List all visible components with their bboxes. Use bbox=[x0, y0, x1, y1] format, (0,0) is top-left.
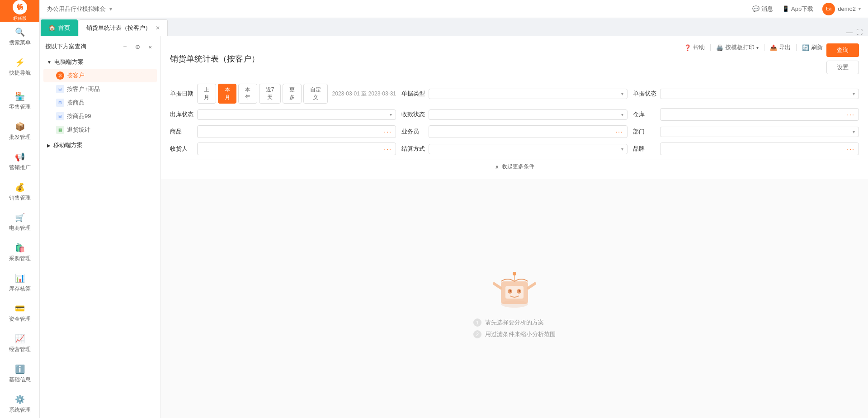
sidebar-item-system[interactable]: ⚙️ 系统管理 bbox=[0, 389, 40, 418]
sidebar: 畅 标账版 🔍 搜索菜单 ⚡ 快捷导航 🏪 零售管理 📦 批发管理 📢 营销推广… bbox=[0, 0, 40, 418]
filter-warehouse: 仓库 ··· bbox=[633, 108, 859, 121]
refresh-button[interactable]: 🔄 刷新 bbox=[802, 43, 823, 52]
empty-state: 1 请先选择要分析的方案 2 用过滤条件来缩小分析范围 bbox=[161, 179, 868, 418]
dept-arrow: ▾ bbox=[853, 129, 855, 134]
date-btn-custom[interactable]: 自定义 bbox=[303, 84, 328, 104]
sidebar-item-operations[interactable]: 📈 经营管理 bbox=[0, 328, 40, 359]
warehouse-dots[interactable]: ··· bbox=[847, 111, 855, 118]
topbar-dropdown[interactable]: ▾ bbox=[109, 6, 112, 12]
goods-select[interactable]: ··· bbox=[197, 125, 396, 138]
sidebar-item-purchase[interactable]: 🛍️ 采购管理 bbox=[0, 238, 40, 268]
mobile-arrow-icon: ▶ bbox=[47, 143, 51, 148]
operations-icon: 📈 bbox=[15, 334, 25, 344]
dept-label: 部门 bbox=[633, 128, 656, 136]
sidebar-item-retail[interactable]: 🏪 零售管理 bbox=[0, 86, 40, 116]
message-button[interactable]: 💬 消息 bbox=[752, 5, 773, 13]
out-status-label: 出库状态 bbox=[170, 110, 193, 119]
tab-home[interactable]: 🏠 首页 bbox=[41, 19, 78, 36]
page-title: 销货单统计表（按客户） bbox=[170, 53, 259, 64]
sidebar-item-ecommerce[interactable]: 🛒 电商管理 bbox=[0, 207, 40, 238]
bill-type-select[interactable]: ▾ bbox=[429, 89, 627, 99]
page-header: 销货单统计表（按客户） ❓ 帮助 🖨️ 按模板打印 ▾ bbox=[161, 36, 868, 78]
wholesale-icon: 📦 bbox=[15, 122, 25, 132]
sidebar-quick-nav[interactable]: ⚡ 快捷导航 bbox=[0, 52, 40, 82]
sidebar-item-inventory[interactable]: 📊 库存核算 bbox=[0, 268, 40, 298]
brand-select[interactable]: ··· bbox=[660, 142, 859, 155]
left-panel-header: 按以下方案查询 ＋ ⊙ « bbox=[40, 42, 160, 55]
warehouse-select[interactable]: ··· bbox=[660, 108, 859, 121]
sidebar-item-finance[interactable]: 💳 资金管理 bbox=[0, 298, 40, 328]
tab-minimize-icon[interactable]: — bbox=[846, 28, 853, 36]
filter-salesperson: 业务员 ··· bbox=[401, 125, 627, 138]
scheme-item-by-customer[interactable]: 客 按客户 bbox=[43, 69, 157, 82]
sidebar-item-sales[interactable]: 💰 销售管理 bbox=[0, 177, 40, 207]
collapse-panel-button[interactable]: « bbox=[145, 42, 155, 52]
date-btn-last-month[interactable]: 上月 bbox=[197, 84, 216, 104]
sidebar-item-wholesale[interactable]: 📦 批发管理 bbox=[0, 116, 40, 147]
print-button[interactable]: 🖨️ 按模板打印 ▾ bbox=[716, 43, 759, 52]
date-btn-more[interactable]: 更多 bbox=[283, 84, 302, 104]
date-btn-this-month[interactable]: 本月 bbox=[218, 84, 237, 104]
dept-select[interactable]: ▾ bbox=[660, 127, 859, 137]
right-panel: 销货单统计表（按客户） ❓ 帮助 🖨️ 按模板打印 ▾ bbox=[161, 36, 868, 418]
recv-status-label: 收款状态 bbox=[401, 110, 425, 119]
settle-select[interactable]: ▾ bbox=[429, 144, 627, 154]
date-btn-7days[interactable]: 近7天 bbox=[259, 84, 281, 104]
salesperson-select[interactable]: ··· bbox=[429, 125, 627, 138]
recipient-dots[interactable]: ··· bbox=[384, 145, 392, 152]
settings-button[interactable]: 设置 bbox=[826, 61, 859, 74]
empty-hint-1: 1 请先选择要分析的方案 bbox=[473, 318, 556, 327]
sidebar-logo[interactable]: 畅 标账版 bbox=[0, 0, 40, 22]
scheme-item-by-customer-goods[interactable]: ⊞ 按客户+商品 bbox=[43, 82, 157, 96]
scheme-item-return-stat[interactable]: ▦ 退货统计 bbox=[43, 123, 157, 137]
recipient-select[interactable]: ··· bbox=[197, 142, 396, 155]
search-icon: 🔍 bbox=[15, 27, 25, 37]
query-button[interactable]: 查询 bbox=[826, 43, 859, 57]
export-button[interactable]: 📤 导出 bbox=[770, 43, 791, 52]
date-btn-this-year[interactable]: 本年 bbox=[238, 84, 257, 104]
settings-scheme-button[interactable]: ⊙ bbox=[132, 42, 142, 52]
bill-status-select[interactable]: ▾ bbox=[660, 89, 859, 99]
filter-dept: 部门 ▾ bbox=[633, 127, 859, 137]
sidebar-item-basic[interactable]: ℹ️ 基础信息 bbox=[0, 359, 40, 389]
sidebar-item-marketing[interactable]: 📢 营销推广 bbox=[0, 147, 40, 177]
recv-status-arrow: ▾ bbox=[621, 112, 623, 117]
scheme-item-by-goods99[interactable]: ⊞ 按商品99 bbox=[43, 109, 157, 123]
basic-icon: ℹ️ bbox=[15, 364, 25, 374]
inventory-icon: 📊 bbox=[15, 273, 25, 283]
out-status-select[interactable]: ▾ bbox=[197, 109, 396, 120]
tab-close-icon[interactable]: ✕ bbox=[156, 25, 160, 31]
collapse-more-button[interactable]: ∧ 收起更多条件 bbox=[170, 160, 859, 173]
divider-1 bbox=[710, 44, 711, 51]
scheme-group-mobile-title[interactable]: ▶ 移动端方案 bbox=[43, 138, 157, 152]
svg-line-7 bbox=[494, 284, 501, 288]
tab-maximize-icon[interactable]: ⛶ bbox=[856, 28, 863, 36]
user-profile-button[interactable]: Ea demo2 ▾ bbox=[822, 3, 861, 15]
goods-dots[interactable]: ··· bbox=[384, 128, 392, 135]
scheme-group-desktop-title[interactable]: ▼ 电脑端方案 bbox=[43, 55, 157, 69]
print-icon: 🖨️ bbox=[716, 44, 723, 51]
add-scheme-button[interactable]: ＋ bbox=[120, 42, 130, 52]
filter-row-4: 收货人 ··· 结算方式 ▾ 品牌 bbox=[170, 142, 859, 155]
recv-status-select[interactable]: ▾ bbox=[429, 109, 627, 120]
scheme-item-by-goods[interactable]: ⊞ 按商品 bbox=[43, 96, 157, 109]
hint-num-1: 1 bbox=[473, 318, 481, 327]
sidebar-search[interactable]: 🔍 搜索菜单 bbox=[0, 22, 40, 52]
divider-3 bbox=[796, 44, 797, 51]
goods-label: 商品 bbox=[170, 128, 193, 136]
app-icon: 📱 bbox=[782, 5, 789, 12]
scheme-section: ▼ 电脑端方案 客 按客户 ⊞ 按客户+商品 ⊞ bbox=[40, 55, 160, 152]
finance-icon: 💳 bbox=[15, 304, 25, 314]
action-btn-group: 查询 设置 bbox=[826, 43, 859, 74]
salesperson-dots[interactable]: ··· bbox=[615, 128, 623, 135]
topbar-left: 办公用品行业模拟账套 ▾ bbox=[47, 5, 112, 13]
app-download-button[interactable]: 📱 App下载 bbox=[782, 5, 813, 13]
bill-status-arrow: ▾ bbox=[853, 91, 855, 96]
ecommerce-icon: 🛒 bbox=[15, 213, 25, 223]
brand-dots[interactable]: ··· bbox=[847, 145, 855, 152]
empty-hint-2: 2 用过滤条件来缩小分析范围 bbox=[473, 330, 556, 338]
tab-sales-stat[interactable]: 销货单统计表（按客户） ✕ bbox=[79, 19, 168, 36]
help-button[interactable]: ❓ 帮助 bbox=[684, 43, 705, 52]
settle-arrow: ▾ bbox=[621, 147, 623, 152]
svg-line-8 bbox=[528, 284, 535, 288]
